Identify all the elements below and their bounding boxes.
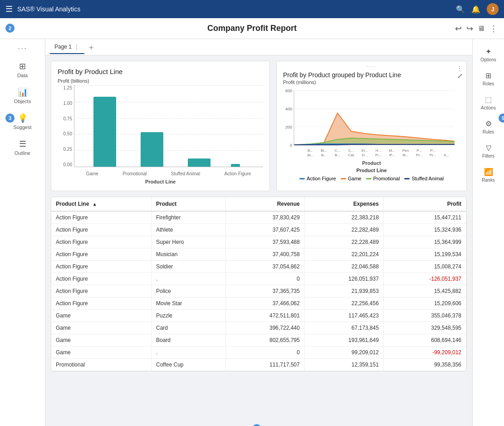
add-page-button[interactable]: ＋ — [87, 42, 95, 53]
cell-revenue: 0 — [225, 273, 304, 285]
table-row: Action Figure Musician 37,400,758 22,201… — [51, 248, 466, 261]
undo-button[interactable]: ↩ — [455, 24, 462, 34]
sidebar-item-objects[interactable]: 📊 Objects — [3, 84, 42, 108]
legend-promotional-color — [366, 178, 372, 179]
sidebar-item-rules[interactable]: ⚙ Rules — [475, 116, 502, 138]
cell-revenue: 37,466,062 — [225, 297, 304, 310]
col-product[interactable]: Product — [152, 197, 226, 211]
cell-profit: 608,694,146 — [383, 334, 466, 347]
svg-text:B...: B... — [308, 149, 313, 153]
search-icon[interactable]: 🔍 — [456, 5, 465, 14]
legend-game: Game — [341, 176, 362, 181]
legend-stuffed-animal-label: Stuffed Animal — [411, 176, 444, 181]
cell-revenue: 111,717,507 — [225, 359, 304, 371]
svg-text:M...: M... — [402, 153, 408, 157]
col-revenue[interactable]: Revenue — [225, 197, 304, 211]
page-tab-menu[interactable]: ⋮ — [73, 43, 80, 50]
svg-text:At...: At... — [307, 153, 313, 157]
top-navigation: ☰ SAS® Visual Analytics 🔍 🔔 J — [0, 0, 504, 18]
page-1-label: Page 1 — [54, 44, 72, 50]
bar-chart-title: Profit by Product Line — [58, 68, 263, 75]
export-button[interactable]: 🖥 — [478, 25, 485, 33]
cell-product: Puzzle — [152, 310, 226, 322]
sidebar-item-outline[interactable]: ☰ Outline — [3, 135, 42, 159]
sidebar-rules-label: Rules — [483, 129, 494, 134]
rules-icon: ⚙ — [485, 119, 492, 128]
sidebar-item-roles[interactable]: ⊞ Roles — [475, 68, 502, 90]
col-expenses[interactable]: Expenses — [304, 197, 383, 211]
sidebar-item-options[interactable]: ✦ Options — [475, 44, 502, 66]
svg-text:400: 400 — [285, 107, 292, 111]
line-chart-menu[interactable]: ⋮ — [456, 65, 463, 72]
sidebar-item-filters[interactable]: ▽ Filters — [475, 140, 502, 162]
app-title: SAS® Visual Analytics — [17, 5, 451, 13]
sidebar-ranks-label: Ranks — [482, 178, 494, 183]
bar-action-figure — [231, 164, 240, 167]
svg-text:B...: B... — [321, 153, 327, 157]
line-chart-x-title: Product — [283, 160, 460, 166]
legend-action-figure: Action Figure — [299, 176, 336, 181]
cell-expenses: 99,209,012 — [304, 347, 383, 359]
cell-profit: 15,447,211 — [383, 211, 466, 224]
redo-button[interactable]: ↪ — [466, 24, 473, 34]
bar-chart-area: 1.25 1.00 0.75 0.50 0.25 0.00 — [58, 85, 263, 176]
page-1-tab[interactable]: Page 1 ⋮ — [50, 40, 84, 54]
bar-chart-y-axis: 1.25 1.00 0.75 0.50 0.25 0.00 — [58, 85, 74, 167]
sidebar-item-actions[interactable]: ⬚ Actions — [475, 92, 502, 114]
cell-product: Card — [152, 322, 226, 334]
legend-promotional-label: Promotional — [373, 176, 400, 181]
svg-text:0: 0 — [290, 143, 292, 148]
cell-product-line: Action Figure — [51, 261, 152, 273]
cell-product-line: Game — [51, 322, 152, 334]
avatar[interactable]: J — [487, 3, 499, 15]
cell-profit: -99,209,012 — [383, 347, 466, 359]
bell-icon[interactable]: 🔔 — [471, 5, 480, 14]
table-row: Promotional Coffee Cup 111,717,507 12,35… — [51, 359, 466, 371]
cell-expenses: 21,939,853 — [304, 285, 383, 297]
cell-profit: 99,358,356 — [383, 359, 466, 371]
col-product-line[interactable]: Product Line ▲ — [51, 197, 152, 211]
sidebar-suggest-label: Suggest — [13, 124, 31, 130]
canvas-area: Profit by Product Line Profit (billions)… — [45, 55, 472, 426]
svg-text:Bi...: Bi... — [321, 149, 327, 153]
svg-text:iP...: iP... — [389, 153, 395, 157]
sort-arrow: ▲ — [93, 202, 97, 207]
report-title: Company Profit Report — [207, 24, 297, 33]
cell-product: Soldier — [152, 261, 226, 273]
cell-revenue: 37,365,735 — [225, 285, 304, 297]
actions-icon: ⬚ — [485, 95, 492, 104]
svg-text:M...: M... — [389, 149, 395, 153]
svg-text:C...: C... — [335, 149, 340, 153]
cell-expenses: 22,383,218 — [304, 211, 383, 224]
table-header-row: Product Line ▲ Product Revenue Expenses … — [51, 197, 466, 211]
svg-text:P...: P... — [431, 149, 435, 153]
hamburger-menu[interactable]: ☰ — [5, 4, 13, 14]
sidebar-options-label: Options — [480, 57, 496, 62]
cell-product-line: Game — [51, 310, 152, 322]
cell-product-line: Action Figure — [51, 224, 152, 236]
cell-profit: 15,425,882 — [383, 285, 466, 297]
table-row: Action Figure Firefighter 37,830,429 22,… — [51, 211, 466, 224]
sidebar-item-ranks[interactable]: 📶 Ranks — [475, 164, 502, 186]
cell-expenses: 126,051,937 — [304, 273, 383, 285]
table-row: Game Puzzle 472,511,801 117,465,423 355,… — [51, 310, 466, 322]
profit-table: Product Line ▲ Product Revenue Expenses … — [51, 197, 466, 371]
bar-promotional — [141, 132, 163, 167]
sidebar-collapse-dots[interactable]: ··· — [18, 44, 27, 53]
cell-profit: 329,548,595 — [383, 322, 466, 334]
cell-expenses: 22,228,489 — [304, 236, 383, 248]
cell-expenses: 22,201,224 — [304, 248, 383, 261]
svg-text:Pen: Pen — [402, 149, 409, 153]
cell-product-line: Game — [51, 334, 152, 347]
cell-product: Firefighter — [152, 211, 226, 224]
sidebar-item-data[interactable]: ⊞ Data — [3, 58, 42, 82]
cell-revenue: 472,511,801 — [225, 310, 304, 322]
cell-revenue: 37,400,758 — [225, 248, 304, 261]
line-chart-expand[interactable]: ⤢ — [457, 72, 463, 79]
more-options-button[interactable]: ⋮ — [489, 24, 498, 34]
col-profit[interactable]: Profit — [383, 197, 466, 211]
cell-expenses: 67,173,845 — [304, 322, 383, 334]
cell-revenue: 802,655,795 — [225, 334, 304, 347]
svg-text:B...: B... — [335, 153, 340, 157]
table-row: Action Figure . 0 126,051,937 -126,051,9… — [51, 273, 466, 285]
